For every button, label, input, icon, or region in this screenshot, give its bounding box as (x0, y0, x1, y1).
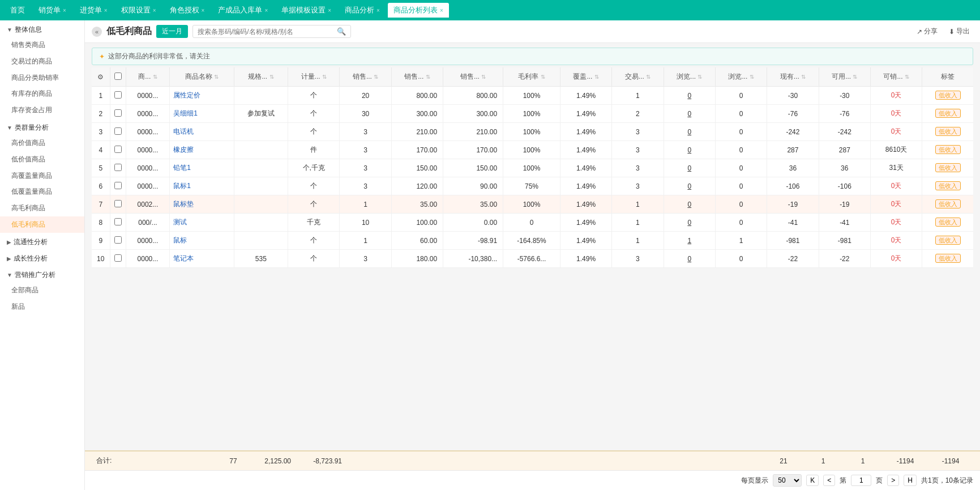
close-icon[interactable]: × (376, 7, 380, 14)
col-code[interactable]: 商... ⇅ (126, 67, 170, 87)
col-tag[interactable]: 标签 (922, 67, 973, 87)
row-current-stock: -76 (767, 105, 819, 123)
col-unit[interactable]: 计量... ⇅ (288, 67, 340, 87)
col-gross-margin[interactable]: 毛利率 ⇅ (503, 67, 560, 87)
close-icon[interactable]: × (104, 7, 108, 14)
col-name[interactable]: 商品名称 ⇅ (170, 67, 234, 87)
prev-page-button[interactable]: < (823, 475, 835, 486)
close-icon[interactable]: × (202, 7, 205, 14)
sidebar-item-high-coverage[interactable]: 高覆盖量商品 (0, 168, 84, 184)
col-current-stock[interactable]: 现有... ⇅ (767, 67, 819, 87)
col-views1[interactable]: 浏览... ⇅ (664, 67, 715, 87)
row-checkbox[interactable] (114, 164, 122, 171)
row-checkbox[interactable] (114, 254, 122, 262)
sidebar-item-sales-products[interactable]: 销售类商品 (0, 37, 84, 53)
sidebar-item-low-value[interactable]: 低价值商品 (0, 151, 84, 168)
next-page-button[interactable]: > (887, 475, 899, 486)
export-button[interactable]: ⬇ 导出 (945, 25, 973, 37)
share-button[interactable]: ↗ 分享 (913, 25, 941, 37)
nav-product-entry[interactable]: 产成品入库单 × (212, 3, 273, 18)
col-coverage[interactable]: 覆盖... ⇅ (560, 67, 611, 87)
search-input[interactable] (198, 28, 337, 36)
nav-sales-order[interactable]: 销货单 × (33, 3, 72, 18)
last-page-button[interactable]: H (904, 475, 917, 486)
row-name[interactable]: 橡皮擦 (170, 141, 234, 159)
sidebar-item-capital[interactable]: 库存资金占用 (0, 102, 84, 118)
row-views1[interactable]: 0 (664, 141, 715, 159)
col-views2[interactable]: 浏览... ⇅ (715, 67, 767, 87)
row-checkbox[interactable] (114, 127, 122, 135)
sidebar-group-cluster[interactable]: ▼ 类群量分析 (0, 118, 84, 135)
col-settings[interactable]: ⚙ (92, 67, 110, 87)
sidebar-item-new-products[interactable]: 新品 (0, 299, 84, 315)
close-icon[interactable]: × (153, 7, 156, 14)
row-checkbox[interactable] (114, 200, 122, 207)
close-icon[interactable]: × (63, 7, 66, 14)
row-current-stock: 287 (767, 141, 819, 159)
row-name[interactable]: 电话机 (170, 123, 234, 141)
col-sales-count[interactable]: 销售... ⇅ (340, 67, 391, 87)
sidebar-item-low-margin[interactable]: 低毛利商品 (0, 216, 84, 233)
col-sales-amount[interactable]: 销售... ⇅ (391, 67, 443, 87)
sidebar-collapse-button[interactable]: « (92, 27, 102, 37)
row-views1[interactable]: 0 (664, 105, 715, 123)
date-filter-button[interactable]: 近一月 (156, 25, 188, 38)
sidebar-item-high-value[interactable]: 高价值商品 (0, 135, 84, 151)
nav-home[interactable]: 首页 (5, 3, 31, 18)
share-icon: ↗ (917, 28, 922, 36)
row-name[interactable]: 鼠标1 (170, 177, 234, 195)
row-checkbox[interactable] (114, 146, 122, 153)
row-name[interactable]: 铅笔1 (170, 159, 234, 177)
close-icon[interactable]: × (264, 7, 268, 14)
row-views1[interactable]: 0 (664, 195, 715, 214)
sidebar-group-marketing[interactable]: ▼ 营销推广分析 (0, 266, 84, 282)
sidebar-item-traded-products[interactable]: 交易过的商品 (0, 53, 84, 70)
col-available[interactable]: 可用... ⇅ (819, 67, 870, 87)
row-checkbox[interactable] (114, 218, 122, 225)
row-views1[interactable]: 1 (664, 232, 715, 250)
col-sales-profit[interactable]: 销售... ⇅ (443, 67, 503, 87)
page-number-input[interactable] (851, 475, 871, 486)
data-table-container[interactable]: ⚙ 商... ⇅ 商品名称 ⇅ 规格... ⇅ 计量... ⇅ 销售... ⇅ … (92, 67, 973, 450)
row-views1[interactable]: 0 (664, 87, 715, 105)
sidebar-group-circulation[interactable]: ▶ 流通性分析 (0, 233, 84, 249)
sidebar-item-all-products[interactable]: 全部商品 (0, 282, 84, 299)
close-icon[interactable]: × (440, 7, 443, 14)
sidebar-group-overview[interactable]: ▼ 整体信息 (0, 20, 84, 37)
row-views1[interactable]: 0 (664, 123, 715, 141)
row-name[interactable]: 笔记本 (170, 250, 234, 268)
row-name[interactable]: 属性定价 (170, 87, 234, 105)
nav-purchase-order[interactable]: 进货单 × (74, 3, 113, 18)
sidebar-group-growth[interactable]: ▶ 成长性分析 (0, 249, 84, 266)
sidebar-item-low-coverage[interactable]: 低覆盖量商品 (0, 184, 84, 200)
page-size-select[interactable]: 50 100 200 (773, 474, 802, 487)
first-page-button[interactable]: K (806, 475, 819, 486)
row-checkbox[interactable] (114, 91, 122, 99)
row-views1[interactable]: 0 (664, 214, 715, 232)
row-views1[interactable]: 0 (664, 177, 715, 195)
col-transaction[interactable]: 交易... ⇅ (612, 67, 664, 87)
row-checkbox[interactable] (114, 182, 122, 189)
row-name[interactable]: 吴细细1 (170, 105, 234, 123)
row-no: 3 (92, 123, 110, 141)
row-views1[interactable]: 0 (664, 159, 715, 177)
close-icon[interactable]: × (328, 7, 331, 14)
nav-role-auth[interactable]: 角色授权 × (164, 3, 211, 18)
sidebar-item-category-rate[interactable]: 商品分类助销率 (0, 70, 84, 86)
row-views1[interactable]: 0 (664, 250, 715, 268)
nav-template-setting[interactable]: 单据模板设置 × (276, 3, 337, 18)
row-checkbox[interactable] (114, 109, 122, 117)
search-icon[interactable]: 🔍 (337, 27, 346, 36)
row-name[interactable]: 鼠标垫 (170, 195, 234, 214)
col-saleable[interactable]: 可销... ⇅ (870, 67, 922, 87)
nav-product-analysis-list[interactable]: 商品分析列表 × (388, 3, 449, 18)
sidebar-item-stocked-products[interactable]: 有库存的商品 (0, 86, 84, 102)
col-spec[interactable]: 规格... ⇅ (234, 67, 288, 87)
row-name[interactable]: 测试 (170, 214, 234, 232)
sidebar-item-high-margin[interactable]: 高毛利商品 (0, 200, 84, 216)
select-all-checkbox[interactable] (114, 73, 122, 80)
nav-product-analysis[interactable]: 商品分析 × (339, 3, 386, 18)
nav-permission[interactable]: 权限设置 × (115, 3, 162, 18)
row-checkbox[interactable] (114, 236, 122, 244)
row-name[interactable]: 鼠标 (170, 232, 234, 250)
